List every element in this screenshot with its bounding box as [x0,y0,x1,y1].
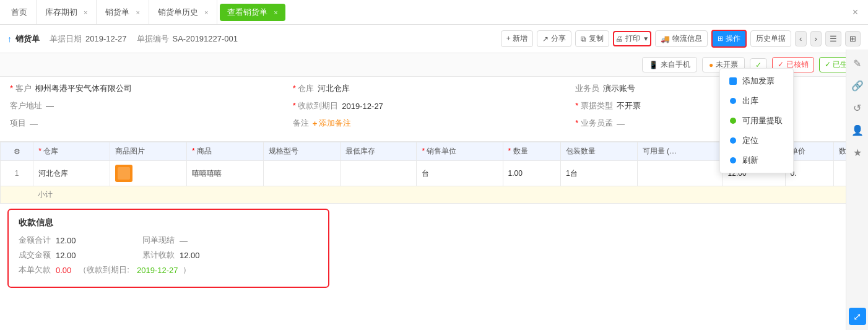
staff-label: 业务员 [575,83,599,94]
row-warehouse: 河北仓库 [33,161,110,186]
row-available [637,161,723,186]
nav-next-button[interactable]: › [810,31,822,46]
doc-date-meta: 单据日期 2019-12-27 [50,33,127,45]
due-date: 2019-12-27 [137,266,178,275]
right-user-button[interactable]: 👤 [849,121,866,139]
payment-row-3: 本单欠款 0.00 （收款到期日: 2019-12-27 ） [19,264,318,276]
salesperson-field: 业务员孟 — [575,118,858,129]
salesperson-label: 业务员孟 [575,118,613,129]
row-min-stock [340,161,417,186]
operate-button[interactable]: ⊞ 操作 [711,30,747,48]
date-label: 单据日期 [50,33,82,45]
list-view-button[interactable]: ☰ [825,31,841,46]
customer-field: 客户 柳州粤港平安气体有限公司 [10,83,293,94]
share-button[interactable]: ↗ 分享 [537,30,571,47]
warehouse-field: 仓库 河北仓库 [293,83,576,94]
share-icon: ↗ [542,35,549,43]
add-invoice-icon [729,77,737,85]
payment-total: 金额合计 12.00 [19,235,118,246]
staff-value: 演示账号 [603,83,635,94]
print-dropdown-icon: ▼ [643,35,649,42]
payment-date-value: 2019-12-27 [342,102,383,111]
dropdown-refresh[interactable]: 刷新 [720,150,793,170]
col-gear: ⚙ [1,142,33,161]
tab-inventory-init[interactable]: 库存期初 × [37,0,97,24]
phone-icon: 📱 [649,61,658,69]
address-label: 客户地址 [10,100,42,111]
total-label: 金额合计 [19,235,51,246]
right-edit-button[interactable]: ✎ [849,54,866,72]
from-phone-button[interactable]: 📱 来自手机 [642,57,697,72]
due-value: 0.00 [56,266,71,275]
add-note-button[interactable]: + 添加备注 [313,118,352,129]
staff-field: 业务员 演示账号 [575,83,858,94]
logistics-button[interactable]: 🚚 物流信息 [655,30,708,47]
circle-icon: ● [709,61,713,69]
plus-icon: + [313,119,318,128]
payment-row-1: 金额合计 12.00 同单现结 — [19,235,318,246]
ticket-value: 不开票 [617,100,641,111]
deal-value: 12.00 [56,251,76,260]
tab-sales-order[interactable]: 销货单 × [97,0,149,24]
row-spec [263,161,340,186]
copy-button[interactable]: ⧉ 复制 [575,30,609,47]
window-close-button[interactable]: × [848,7,863,18]
dropdown-refresh-icon [729,156,737,165]
date-value: 2019-12-27 [85,34,127,43]
warehouse-out-icon [729,97,737,105]
project-value: — [30,119,38,128]
doc-header: ↑ 销货单 单据日期 2019-12-27 单据编号 SA-20191227-0… [0,25,868,53]
project-label: 项目 [10,118,26,129]
operate-dropdown: 添加发票 出库 可用量提取 定位 [719,68,794,173]
row-unit: 台 [417,161,503,186]
dropdown-available-pickup[interactable]: 可用量提取 [720,111,793,131]
right-star-button[interactable]: ★ [849,144,866,161]
row-pack-qty: 1台 [560,161,637,186]
print-button[interactable]: 🖨 打印 ▼ [613,31,651,46]
doc-title-text: 销货单 [15,33,40,45]
tab-home[interactable]: 首页 [5,0,37,24]
history-button[interactable]: 历史单据 [750,30,791,47]
effect-icon: ✓ [825,60,831,69]
tab-inventory-init-close[interactable]: × [84,9,87,16]
new-button[interactable]: + 新增 [501,30,533,47]
tab-view-sales[interactable]: 查看销货单 × [220,4,285,21]
grid-view-button[interactable]: ⊞ [845,31,861,46]
dropdown-warehouse-out[interactable]: 出库 [720,91,793,111]
dropdown-locate[interactable]: 定位 [720,131,793,150]
subtotal-label: 小计 [1,186,868,204]
col-spec: 规格型号 [263,142,340,161]
customer-label: 客户 [10,83,32,94]
note-label: 备注 [293,118,309,129]
nav-prev-button[interactable]: ‹ [795,31,806,46]
col-pack-qty: 包装数量 [560,142,637,161]
payment-cumulative: 累计收款 12.00 [142,250,241,261]
tab-sales-history[interactable]: 销货单历史 × [149,0,217,24]
payment-date-label: 收款到期日 [293,100,339,111]
project-field: 项目 — [10,118,293,129]
address-field: 客户地址 — [10,100,293,111]
tab-sales-order-close[interactable]: × [136,9,139,16]
product-image [115,165,132,182]
same-order-value: — [180,236,188,245]
logistics-icon: 🚚 [661,35,670,43]
right-expand-button[interactable]: ⤢ [849,308,866,325]
col-quantity: * 数量 [503,142,560,161]
right-link-button[interactable]: 🔗 [849,77,866,94]
salesperson-value: — [617,119,625,128]
locate-icon [729,136,737,145]
customer-value: 柳州粤港平安气体有限公司 [35,83,132,94]
main-content: ↑ 销货单 单据日期 2019-12-27 单据编号 SA-20191227-0… [0,25,868,330]
tab-view-sales-close[interactable]: × [274,9,277,16]
product-image-inner [118,167,130,180]
dropdown-add-invoice[interactable]: 添加发票 [720,71,793,91]
address-value: — [46,102,54,111]
deal-label: 成交金额 [19,250,51,261]
row-product-img [110,161,187,186]
grid-icon: ⊞ [718,35,723,43]
warehouse-label: 仓库 [293,83,315,94]
col-unit: * 销售单位 [417,142,503,161]
sales-order-icon: ↑ [7,34,12,44]
right-refresh-button[interactable]: ↺ [849,99,866,116]
tab-sales-history-close[interactable]: × [204,9,208,16]
